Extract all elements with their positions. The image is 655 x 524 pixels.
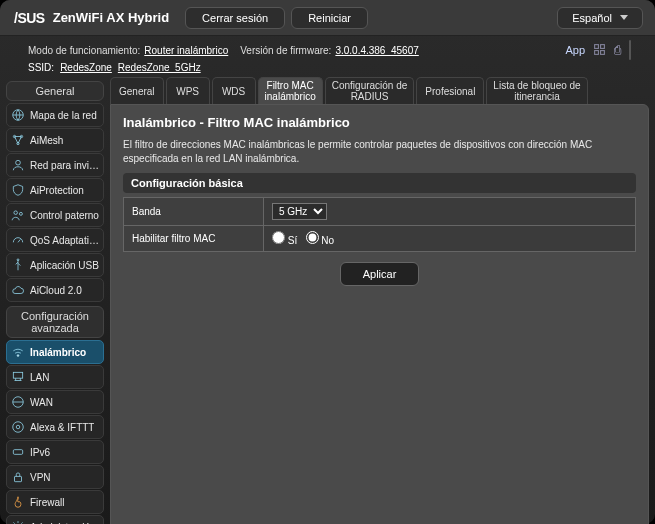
- settings-table: Banda 5 GHz Habilitar filtro MAC Sí: [123, 197, 636, 252]
- panel: Inalámbrico - Filtro MAC inalámbrico El …: [110, 104, 649, 524]
- sidebar-item-qos[interactable]: QoS Adaptativa: [6, 228, 104, 252]
- cloud-icon: [11, 283, 25, 297]
- sidebar-item-firewall[interactable]: Firewall: [6, 490, 104, 514]
- widget-icon[interactable]: [593, 43, 606, 58]
- svg-point-16: [16, 425, 20, 429]
- wifi-icon: [11, 345, 25, 359]
- sidebar-item-wan[interactable]: WAN: [6, 390, 104, 414]
- no-text: No: [321, 235, 334, 246]
- sidebar-item-aicloud[interactable]: AiCloud 2.0: [6, 278, 104, 302]
- reboot-button[interactable]: Reiniciar: [291, 7, 368, 29]
- sidebar-item-label: Control paterno: [30, 210, 99, 221]
- sidebar-item-guest[interactable]: Red para invitados: [6, 153, 104, 177]
- ssid1-link[interactable]: RedesZone: [60, 62, 112, 73]
- svg-rect-18: [15, 476, 22, 481]
- globe-icon: [11, 108, 25, 122]
- main-area: General Mapa de la red AiMesh Red para i…: [0, 77, 655, 524]
- svg-point-9: [14, 211, 17, 215]
- logout-button[interactable]: Cerrar sesión: [185, 7, 285, 29]
- sidebar-item-label: AiProtection: [30, 185, 84, 196]
- apply-bar: Aplicar: [123, 262, 636, 286]
- svg-rect-17: [13, 450, 22, 455]
- mesh-icon: [11, 133, 25, 147]
- svg-rect-2: [595, 50, 599, 54]
- sidebar-item-usb[interactable]: Aplicación USB: [6, 253, 104, 277]
- tab-professional[interactable]: Profesional: [416, 77, 484, 104]
- ssid2-link[interactable]: RedesZone_5GHz: [118, 62, 201, 73]
- model-name: ZenWiFi AX Hybrid: [53, 10, 181, 25]
- svg-point-15: [13, 422, 24, 433]
- sidebar-item-label: IPv6: [30, 447, 50, 458]
- sidebar-item-parental[interactable]: Control paterno: [6, 203, 104, 227]
- usb-icon[interactable]: ⎙: [614, 43, 621, 57]
- brand-logo: /SUS: [0, 10, 53, 26]
- section-header: Configuración básica: [123, 173, 636, 193]
- page-title: Inalámbrico - Filtro MAC inalámbrico: [123, 115, 636, 130]
- topbar: /SUS ZenWiFi AX Hybrid Cerrar sesión Rei…: [0, 0, 655, 36]
- sidebar-item-wireless[interactable]: Inalámbrico: [6, 340, 104, 364]
- sidebar: General Mapa de la red AiMesh Red para i…: [0, 77, 106, 524]
- sidebar-item-ipv6[interactable]: IPv6: [6, 440, 104, 464]
- sidebar-section-advanced: Configuración avanzada: [6, 306, 104, 338]
- sidebar-item-label: WAN: [30, 397, 53, 408]
- sidebar-item-label: Aplicación USB: [30, 260, 99, 271]
- sidebar-item-admin[interactable]: Administración: [6, 515, 104, 524]
- tab-macfilter[interactable]: Filtro MAC inalámbrico: [258, 77, 323, 104]
- fw-label: Versión de firmware:: [240, 45, 331, 56]
- sidebar-item-label: Alexa & IFTTT: [30, 422, 94, 433]
- language-selector[interactable]: Español: [557, 7, 643, 29]
- fw-link[interactable]: 3.0.0.4.386_45607: [335, 45, 418, 56]
- radio-no[interactable]: [306, 231, 319, 244]
- tab-wds[interactable]: WDS: [212, 77, 256, 104]
- page-description: El filtro de direcciones MAC inalámbrica…: [123, 138, 636, 165]
- svg-point-12: [17, 355, 19, 357]
- table-row: Habilitar filtro MAC Sí No: [124, 226, 636, 252]
- info-row-2: SSID: RedesZone RedesZone_5GHz: [0, 62, 655, 77]
- tab-general[interactable]: General: [110, 77, 164, 104]
- sidebar-item-networkmap[interactable]: Mapa de la red: [6, 103, 104, 127]
- sidebar-item-aiprotection[interactable]: AiProtection: [6, 178, 104, 202]
- sidebar-item-label: LAN: [30, 372, 49, 383]
- sidebar-item-vpn[interactable]: VPN: [6, 465, 104, 489]
- shield-icon: [11, 183, 25, 197]
- svg-rect-1: [601, 44, 605, 48]
- guest-icon: [11, 158, 25, 172]
- svg-rect-13: [13, 372, 22, 378]
- sidebar-item-label: QoS Adaptativa: [30, 235, 99, 246]
- band-label: Banda: [124, 198, 264, 226]
- tab-radius[interactable]: Configuración de RADIUS: [325, 77, 415, 104]
- mode-label: Modo de funcionamiento:: [28, 45, 140, 56]
- svg-rect-0: [595, 44, 599, 48]
- sidebar-item-alexa[interactable]: Alexa & IFTTT: [6, 415, 104, 439]
- radio-yes[interactable]: [272, 231, 285, 244]
- info-row-1: Modo de funcionamiento: Router inalámbri…: [0, 36, 655, 62]
- signal-icon[interactable]: [629, 40, 631, 60]
- fire-icon: [11, 495, 25, 509]
- radio-no-label[interactable]: No: [306, 235, 335, 246]
- sidebar-item-lan[interactable]: LAN: [6, 365, 104, 389]
- gauge-icon: [11, 233, 25, 247]
- yes-text: Sí: [288, 235, 297, 246]
- sidebar-section-general: General: [6, 81, 104, 101]
- band-cell: 5 GHz: [264, 198, 636, 226]
- tab-wps[interactable]: WPS: [166, 77, 210, 104]
- radio-yes-label[interactable]: Sí: [272, 235, 297, 246]
- apply-button[interactable]: Aplicar: [340, 262, 420, 286]
- app-shell: /SUS ZenWiFi AX Hybrid Cerrar sesión Rei…: [0, 0, 655, 524]
- svg-rect-3: [601, 50, 605, 54]
- enable-cell: Sí No: [264, 226, 636, 252]
- wan-icon: [11, 395, 25, 409]
- sidebar-item-label: Firewall: [30, 497, 64, 508]
- app-link[interactable]: App: [565, 44, 585, 56]
- sidebar-item-aimesh[interactable]: AiMesh: [6, 128, 104, 152]
- table-row: Banda 5 GHz: [124, 198, 636, 226]
- tab-roaming[interactable]: Lista de bloqueo de itinerancia: [486, 77, 587, 104]
- content-area: General WPS WDS Filtro MAC inalámbrico C…: [106, 77, 655, 524]
- sidebar-item-label: VPN: [30, 472, 51, 483]
- sidebar-item-label: Red para invitados: [30, 160, 99, 171]
- language-label: Español: [572, 12, 612, 24]
- sidebar-item-label: Inalámbrico: [30, 347, 86, 358]
- mode-link[interactable]: Router inalámbrico: [144, 45, 228, 56]
- lan-icon: [11, 370, 25, 384]
- band-select[interactable]: 5 GHz: [272, 203, 327, 220]
